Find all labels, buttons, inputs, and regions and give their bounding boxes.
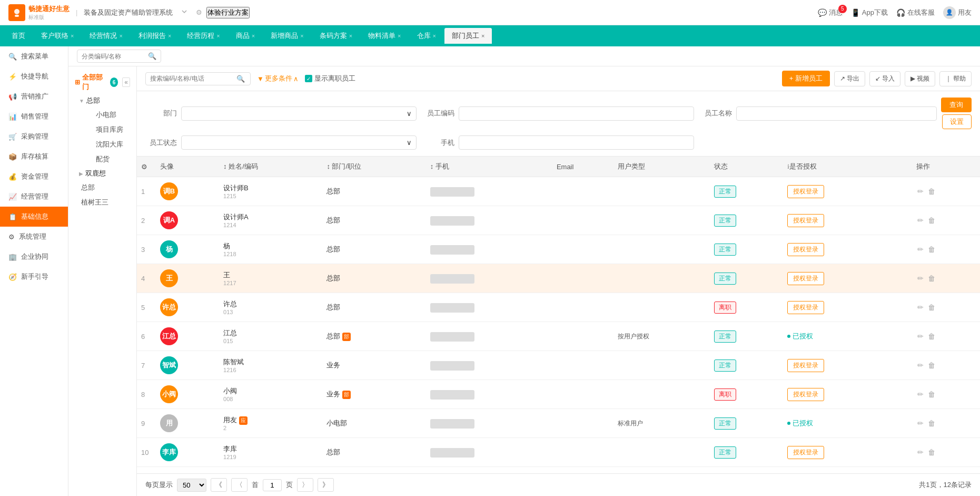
prev-page-btn[interactable]: 〈 — [231, 478, 248, 492]
sidebar-item-system[interactable]: ⚙ 系统管理 — [0, 227, 68, 247]
last-page-btn[interactable]: 》 — [318, 478, 334, 492]
show-resigned-checkbox[interactable]: ✓ 显示离职员工 — [305, 74, 355, 83]
tab-history[interactable]: 经营历程 × — [180, 28, 227, 44]
auth-btn[interactable]: 授权登录 — [787, 243, 824, 256]
delete-btn[interactable]: 🗑 — [928, 361, 935, 369]
sidebar-item-marketing[interactable]: 📢 营销推广 — [0, 86, 68, 106]
delete-btn[interactable]: 🗑 — [928, 448, 935, 456]
edit-btn[interactable]: ✏ — [917, 245, 924, 254]
auth-btn[interactable]: 授权登录 — [787, 446, 824, 459]
help-btn[interactable]: ｜ 帮助 — [939, 71, 972, 86]
auth-btn[interactable]: 授权登录 — [787, 388, 824, 401]
filter-phone-input[interactable] — [459, 135, 694, 150]
auth-btn[interactable]: 授权登录 — [787, 272, 824, 285]
sidebar-item-guide[interactable]: 🧭 新手引导 — [0, 267, 68, 287]
dept-tree-header[interactable]: ⊞ 全部部门 6 « — [71, 71, 134, 94]
dept-item-general[interactable]: ▼ 总部 — [77, 94, 134, 108]
settings-icon[interactable]: ⚙ — [196, 8, 202, 16]
classify-search-input[interactable] — [82, 53, 146, 60]
user-type-cell — [613, 438, 710, 467]
tab-profit[interactable]: 利润报告 × — [131, 28, 179, 44]
dept-item-project[interactable]: 项目库房 — [85, 122, 134, 137]
filter-status-select[interactable]: ∨ — [181, 135, 417, 150]
delete-btn[interactable]: 🗑 — [928, 303, 935, 312]
delete-btn[interactable]: 🗑 — [928, 216, 935, 225]
tab-bom[interactable]: 物料清单 × — [361, 28, 408, 44]
delete-btn[interactable]: 🗑 — [928, 419, 935, 427]
tab-goods[interactable]: 商品 × — [229, 28, 262, 44]
tab-barcode[interactable]: 条码方案 × — [312, 28, 360, 44]
auth-btn[interactable]: 授权登录 — [787, 214, 824, 227]
next-page-btn[interactable]: 〉 — [297, 478, 313, 492]
edit-btn[interactable]: ✏ — [917, 361, 924, 369]
edit-btn[interactable]: ✏ — [917, 448, 924, 456]
edit-btn[interactable]: ✏ — [917, 332, 924, 341]
col-name[interactable]: ↕ 姓名/编码 — [219, 157, 322, 177]
show-resigned-check-icon: ✓ — [305, 75, 312, 82]
status-cell: 正常 — [710, 177, 783, 206]
col-dept[interactable]: ↕ 部门/职位 — [322, 157, 425, 177]
sidebar-item-basic[interactable]: 📋 基础信息 — [0, 207, 68, 227]
sidebar-item-search[interactable]: 🔍 搜索菜单 — [0, 46, 68, 66]
auth-btn[interactable]: 授权登录 — [787, 359, 824, 372]
tab-home[interactable]: 首页 — [4, 28, 33, 44]
col-settings[interactable]: ⚙ — [137, 157, 156, 177]
delete-btn[interactable]: 🗑 — [928, 274, 935, 283]
filter-empname-input[interactable] — [736, 106, 937, 121]
sidebar-item-shortcut[interactable]: ⚡ 快捷导航 — [0, 66, 68, 86]
delete-btn[interactable]: 🗑 — [928, 187, 935, 196]
per-page-select[interactable]: 50 100 — [177, 479, 206, 492]
user-menu-btn[interactable]: 👤 用友 — [943, 6, 972, 19]
tab-customer[interactable]: 客户联络 × — [34, 28, 81, 44]
add-employee-btn[interactable]: + 新增员工 — [782, 71, 830, 86]
edit-btn[interactable]: ✏ — [917, 303, 924, 312]
message-btn[interactable]: 💬 消息 5 — [818, 8, 843, 17]
dept-item-zongbu[interactable]: 总部 — [77, 180, 134, 195]
page-input[interactable] — [263, 479, 282, 491]
edit-btn[interactable]: ✏ — [917, 187, 924, 196]
sidebar-item-corp[interactable]: 🏢 企业协同 — [0, 247, 68, 267]
trial-button[interactable]: 体验行业方案 — [206, 7, 250, 18]
export-btn[interactable]: ↗ 导出 — [834, 71, 865, 86]
dept-item-xiaodian[interactable]: 小电部 — [85, 108, 134, 122]
edit-btn[interactable]: ✏ — [917, 274, 924, 283]
edit-btn[interactable]: ✏ — [917, 419, 924, 427]
first-page-btn[interactable]: 《 — [211, 478, 227, 492]
view-btn[interactable]: ▶ 视频 — [905, 71, 935, 86]
app-download-btn[interactable]: 📱 App下载 — [851, 8, 888, 17]
dept-collapse-btn[interactable]: « — [122, 77, 130, 87]
extra-cell — [892, 293, 912, 322]
set-btn[interactable]: 设置 — [942, 114, 972, 129]
tab-dept-staff[interactable]: 部门员工 × — [444, 28, 492, 44]
delete-btn[interactable]: 🗑 — [928, 332, 935, 341]
online-service-btn[interactable]: 🎧 在线客服 — [896, 8, 935, 17]
sidebar-item-purchase[interactable]: 🛒 采购管理 — [0, 127, 68, 147]
filter-empcode-input[interactable] — [459, 106, 694, 121]
auth-btn[interactable]: 授权登录 — [787, 185, 824, 198]
filter-more-btn[interactable]: ▼ 更多条件 ∧ — [257, 74, 299, 83]
delete-btn[interactable]: 🗑 — [928, 245, 935, 254]
dept-item-peihuo[interactable]: 配货 — [85, 152, 134, 167]
sidebar-item-finance[interactable]: 💰 资金管理 — [0, 167, 68, 187]
dept-item-shuanglu[interactable]: ▶ 双鹿想 — [77, 167, 134, 180]
edit-btn[interactable]: ✏ — [917, 216, 924, 225]
sidebar-item-sales[interactable]: 📊 销售管理 — [0, 106, 68, 127]
auth-cell: 已授权 — [783, 322, 892, 351]
edit-btn[interactable]: ✏ — [917, 390, 924, 398]
sidebar-item-operation[interactable]: 📈 经营管理 — [0, 187, 68, 207]
delete-btn[interactable]: 🗑 — [928, 390, 935, 398]
name-cell: 许总013 — [219, 293, 322, 322]
col-phone[interactable]: ↕ 手机 — [426, 157, 552, 177]
auth-btn[interactable]: 授权登录 — [787, 301, 824, 314]
tab-warehouse[interactable]: 仓库 × — [410, 28, 443, 44]
tab-operation[interactable]: 经营情况 × — [82, 28, 130, 44]
filter-dept-select[interactable]: ∨ — [181, 106, 417, 121]
dept-item-shenyang[interactable]: 沈阳大库 — [85, 137, 134, 152]
sidebar-item-inventory[interactable]: 📦 库存核算 — [0, 147, 68, 167]
import-btn[interactable]: ↙ 导入 — [869, 71, 900, 86]
filter-empcode-label: 员工编码 — [423, 109, 454, 118]
tab-new-goods[interactable]: 新增商品 × — [263, 28, 311, 44]
search-input[interactable] — [150, 75, 234, 82]
dept-item-zhishu[interactable]: 植树王三 — [77, 195, 134, 210]
query-btn[interactable]: 查询 — [941, 98, 972, 112]
